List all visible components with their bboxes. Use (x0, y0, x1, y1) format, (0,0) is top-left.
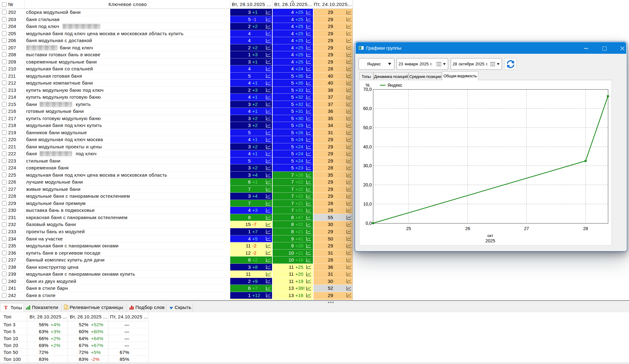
svg-text:30,0: 30,0 (363, 163, 372, 168)
svg-text:%: % (366, 83, 370, 88)
svg-text:окт: окт (487, 233, 493, 238)
svg-text:60,0: 60,0 (363, 106, 372, 111)
svg-text:20,0: 20,0 (363, 182, 372, 187)
svg-text:50,0: 50,0 (363, 125, 372, 130)
svg-text:Яндекс: Яндекс (387, 83, 402, 88)
svg-text:0,0: 0,0 (366, 221, 372, 226)
svg-text:27: 27 (524, 226, 529, 231)
svg-text:26: 26 (465, 226, 470, 231)
svg-text:25: 25 (406, 226, 411, 231)
svg-text:10,0: 10,0 (363, 201, 372, 207)
svg-text:2025: 2025 (485, 238, 495, 243)
svg-text:28: 28 (583, 226, 588, 231)
svg-text:40,0: 40,0 (363, 144, 372, 149)
